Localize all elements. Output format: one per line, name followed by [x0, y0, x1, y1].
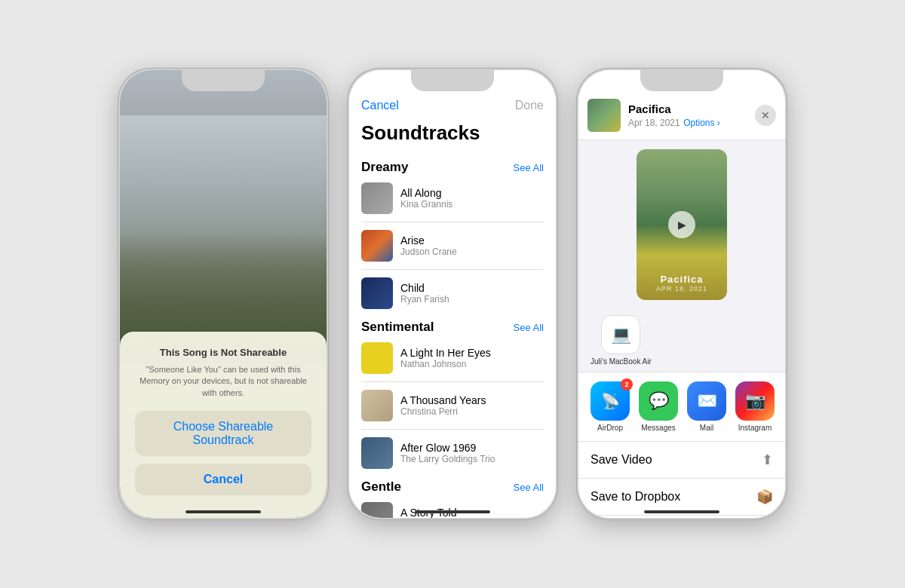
track-artist: Ryan Farish [400, 294, 544, 305]
mail-label: Mail [700, 424, 713, 432]
track-artist: Nathan Johnson [400, 359, 544, 369]
airdrop-label: AirDrop [597, 424, 623, 432]
divider [361, 269, 544, 270]
instagram-icon: 📷 [735, 381, 775, 421]
track-artist: Kina Grannis [400, 199, 544, 210]
sentimental-label: Sentimental [361, 320, 434, 335]
cancel-button[interactable]: Cancel [361, 99, 399, 112]
dropbox-icon: 📦 [756, 488, 773, 505]
instagram-label: Instagram [738, 424, 772, 432]
gentle-see-all[interactable]: See All [514, 482, 544, 493]
save-dropbox-label: Save to Dropbox [591, 490, 680, 504]
gentle-section-header: Gentle See All [349, 473, 556, 498]
share-title: Pacifica [628, 103, 747, 115]
notch-2 [411, 70, 494, 91]
done-button[interactable]: Done [515, 99, 544, 112]
notch-1 [182, 70, 265, 91]
track-thumb-child [361, 277, 393, 309]
choose-soundtrack-button[interactable]: Choose Shareable Soundtrack [135, 411, 311, 456]
track-afterglow[interactable]: After Glow 1969 The Larry Goldings Trio [349, 433, 556, 473]
track-child[interactable]: Child Ryan Farish [349, 273, 556, 314]
device-label: Juli's MacBook Air [591, 357, 652, 366]
dreamy-section-header: Dreamy See All [349, 154, 556, 178]
track-all-along[interactable]: All Along Kina Grannis [349, 178, 556, 219]
home-indicator-3 [644, 510, 719, 513]
track-name: Arise [400, 234, 544, 247]
sentimental-section-header: Sentimental See All [349, 314, 556, 338]
track-thumb-all-along [361, 182, 393, 214]
gentle-label: Gentle [361, 479, 401, 495]
video-preview[interactable]: ▶ Pacifica APR 18, 2021 [637, 149, 727, 300]
close-button[interactable]: ✕ [755, 105, 776, 126]
track-story-told[interactable]: A Story Told Whynot Jansveld [349, 498, 556, 518]
share-sheet: Pacifica Apr 18, 2021 Options › ✕ ▶ Paci… [578, 70, 785, 518]
devices-row: 💻 Juli's MacBook Air [578, 309, 785, 372]
divider [361, 381, 544, 382]
play-button[interactable]: ▶ [668, 211, 695, 238]
track-artist: The Larry Goldings Trio [400, 454, 544, 464]
home-indicator [186, 510, 261, 513]
share-date: Apr 18, 2021 [628, 118, 680, 128]
apps-row: 📡 2 AirDrop 💬 Messages ✉️ Mail [578, 372, 785, 442]
airdrop-badge: 2 [621, 378, 633, 390]
phone-3: Pacifica Apr 18, 2021 Options › ✕ ▶ Paci… [576, 68, 787, 520]
phone-1: This Song is Not Shareable "Someone Like… [118, 68, 329, 520]
track-thumb-afterglow [361, 437, 393, 469]
save-video-action[interactable]: Save Video ⬆ [578, 442, 785, 479]
notch-3 [640, 70, 723, 91]
track-arise[interactable]: Arise Judson Crane [349, 225, 556, 266]
cancel-button[interactable]: Cancel [135, 464, 311, 495]
dialog-description: "Someone Like You" can be used with this… [135, 364, 311, 399]
sentimental-see-all[interactable]: See All [514, 322, 544, 333]
phone-2: Cancel Done Soundtracks Dreamy See All A… [347, 68, 558, 520]
track-name: A Thousand Years [400, 394, 544, 406]
app-airdrop[interactable]: 📡 2 AirDrop [591, 381, 630, 432]
dialog-title: This Song is Not Shareable [135, 347, 311, 358]
page-title: Soundtracks [349, 118, 556, 154]
video-date-label: APR 18, 2021 [637, 285, 727, 292]
app-mail[interactable]: ✉️ Mail [687, 381, 726, 432]
mail-icon: ✉️ [687, 381, 726, 421]
messages-icon: 💬 [639, 381, 678, 421]
track-thumb-light [361, 342, 393, 374]
track-thumb-story [361, 502, 393, 518]
share-thumbnail [587, 99, 621, 132]
share-dialog: This Song is Not Shareable "Someone Like… [120, 332, 327, 518]
track-name: After Glow 1969 [400, 442, 544, 454]
dreamy-label: Dreamy [361, 160, 408, 175]
save-video-label: Save Video [591, 453, 652, 467]
macbook-icon: 💻 [601, 315, 640, 354]
track-artist: Judson Crane [400, 247, 544, 257]
video-container: ▶ Pacifica APR 18, 2021 [578, 140, 785, 309]
video-title-label: Pacifica [637, 274, 727, 285]
app-messages[interactable]: 💬 Messages [639, 381, 678, 432]
track-name: A Light In Her Eyes [400, 347, 544, 359]
divider [361, 222, 544, 222]
device-macbook[interactable]: 💻 Juli's MacBook Air [591, 315, 652, 366]
track-artist: Christina Perri [400, 406, 544, 417]
app-instagram[interactable]: 📷 Instagram [735, 381, 775, 432]
track-light-in-her-eyes[interactable]: A Light In Her Eyes Nathan Johnson [349, 338, 556, 378]
share-options-link[interactable]: Options › [683, 118, 720, 128]
track-thumb-thousand [361, 390, 393, 421]
soundtracks-screen: Cancel Done Soundtracks Dreamy See All A… [349, 70, 556, 518]
home-indicator-2 [415, 510, 490, 513]
track-thousand-years[interactable]: A Thousand Years Christina Perri [349, 385, 556, 426]
dreamy-see-all[interactable]: See All [514, 162, 544, 173]
divider [361, 429, 544, 430]
track-name: All Along [400, 187, 544, 199]
add-shared-album-action[interactable]: Add to Shared Album 🖼 [578, 516, 785, 518]
airdrop-icon: 📡 2 [591, 381, 630, 421]
track-thumb-arise [361, 230, 393, 262]
track-name: Child [400, 282, 544, 294]
messages-label: Messages [641, 424, 676, 432]
save-video-icon: ⬆ [762, 452, 773, 468]
